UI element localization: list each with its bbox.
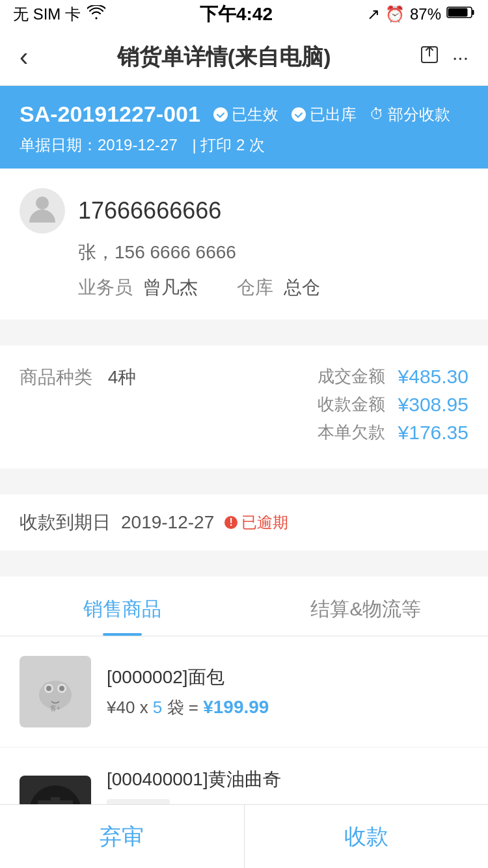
doc-date-row: 单据日期：2019-12-27 | 打印 2 次 <box>20 135 468 156</box>
svg-point-10 <box>46 686 51 691</box>
battery-text: 87% <box>410 5 441 23</box>
due-date-label: 收款到期日 <box>20 510 111 535</box>
tab-sales[interactable]: 销售商品 <box>0 576 244 636</box>
clock-icon: ⏱ <box>370 106 384 123</box>
doc-date: 单据日期：2019-12-27 <box>20 136 178 154</box>
status-effective: 已生效 <box>213 104 278 125</box>
status-bar: 无 SIM 卡 下午4:42 ↗ ⏰ 87% <box>0 0 488 29</box>
sales-name: 曾凡杰 <box>143 277 198 297</box>
overdue-badge: ! 已逾期 <box>224 512 288 533</box>
svg-point-11 <box>59 686 64 691</box>
status-time: 下午4:42 <box>200 2 273 27</box>
tabs: 销售商品 结算&物流等 <box>0 576 488 636</box>
customer-meta: 业务员 曾凡杰 仓库 总仓 <box>78 275 468 300</box>
status-effective-text: 已生效 <box>232 104 278 125</box>
product-thumbnail-1: 客+ <box>20 656 91 727</box>
product-types-label: 商品种类 <box>20 367 92 387</box>
product-name-2: [000400001]黄油曲奇 <box>107 767 468 792</box>
page-title: 销货单详情(来自电脑) <box>117 42 331 72</box>
back-button[interactable]: ‹ <box>20 42 28 72</box>
overdue-icon: ! <box>224 516 237 529</box>
abandon-button[interactable]: 弃审 <box>0 805 245 868</box>
svg-rect-22 <box>51 797 60 802</box>
more-icon[interactable]: ··· <box>452 46 468 68</box>
customer-contact: 张，156 6666 6666 <box>78 240 468 265</box>
transaction-label: 成交金额 <box>318 365 385 388</box>
battery-icon <box>446 5 475 23</box>
avatar-icon <box>29 194 55 228</box>
status-shipped: 已出库 <box>291 104 357 125</box>
svg-rect-1 <box>472 10 474 15</box>
collect-button[interactable]: 收款 <box>245 805 489 868</box>
carrier-text: 无 SIM 卡 <box>13 4 81 25</box>
header-banner: SA-20191227-001 已生效 已出库 ⏱ 部分收款 单据日期：2019… <box>0 86 488 169</box>
wifi-icon <box>87 5 105 23</box>
avatar <box>20 188 65 234</box>
collect-label: 收款 <box>344 822 388 852</box>
product-price-1: ¥40 x 5 袋 = ¥199.99 <box>107 696 468 719</box>
owed-value: ¥176.35 <box>398 422 468 444</box>
alarm-icon: ⏰ <box>385 5 405 23</box>
owed-label: 本单欠款 <box>318 421 385 444</box>
svg-point-4 <box>36 197 49 210</box>
received-label: 收款金额 <box>318 393 385 416</box>
customer-phone: 17666666666 <box>78 197 221 224</box>
received-value: ¥308.95 <box>398 394 468 416</box>
nav-bar: ‹ 销货单详情(来自电脑) ··· <box>0 29 488 86</box>
check-icon-2 <box>291 107 306 122</box>
check-icon-1 <box>213 107 228 122</box>
list-item: 客+ [0000002]面包 ¥40 x 5 袋 = ¥199.99 <box>0 636 488 748</box>
bottom-bar: 弃审 收款 <box>0 804 488 868</box>
overdue-text: 已逾期 <box>241 512 288 533</box>
sales-label: 业务员 <box>78 277 133 297</box>
svg-text:客+: 客+ <box>50 705 61 712</box>
product-types-value: 4种 <box>108 367 137 387</box>
product-info-1: [0000002]面包 ¥40 x 5 袋 = ¥199.99 <box>107 665 468 719</box>
order-id: SA-20191227-001 <box>20 102 200 127</box>
status-partial-text: 部分收款 <box>388 104 450 125</box>
due-section: 收款到期日 2019-12-27 ! 已逾期 <box>0 495 488 550</box>
svg-rect-2 <box>448 8 467 17</box>
abandon-label: 弃审 <box>100 822 144 852</box>
share-icon[interactable] <box>420 45 439 69</box>
due-date-value: 2019-12-27 <box>121 512 214 533</box>
warehouse-label: 仓库 <box>237 277 273 297</box>
summary-section: 商品种类 4种 成交金额 ¥485.30 收款金额 ¥308.95 本单欠款 ¥… <box>0 346 488 468</box>
status-shipped-text: 已出库 <box>310 104 357 125</box>
transaction-value: ¥485.30 <box>398 366 468 388</box>
print-info: | 打印 2 次 <box>192 136 265 154</box>
warehouse-name: 总仓 <box>284 277 320 297</box>
tab-settlement[interactable]: 结算&物流等 <box>244 576 488 636</box>
status-partial: ⏱ 部分收款 <box>370 104 450 125</box>
location-icon: ↗ <box>367 5 380 23</box>
product-name-1: [0000002]面包 <box>107 665 468 690</box>
customer-section: 17666666666 张，156 6666 6666 业务员 曾凡杰 仓库 总… <box>0 169 488 319</box>
